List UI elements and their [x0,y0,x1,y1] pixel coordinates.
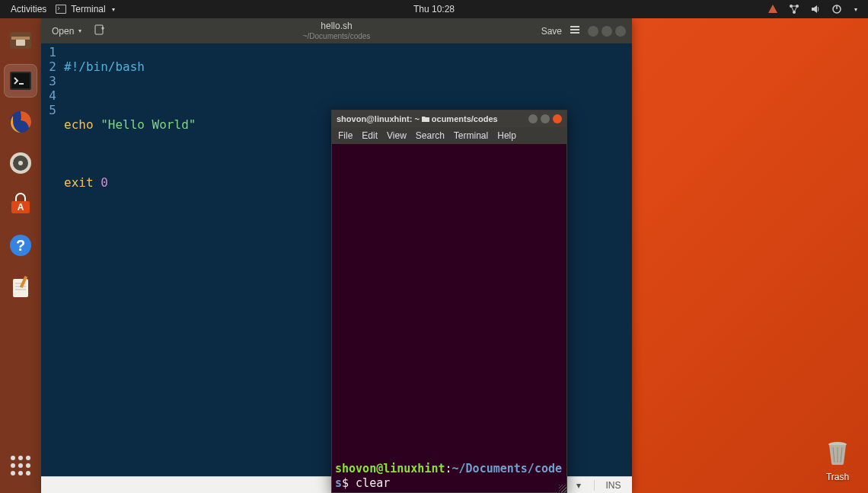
terminal-window-controls [528,114,562,123]
terminal-prompt-line: shovon@linuxhint:~/Documents/codes$ clea… [335,462,563,491]
svg-text:A: A [18,202,24,213]
gedit-filename: hello.sh [303,21,371,31]
statusbar-dropdown[interactable]: ▾ [563,480,594,491]
folder-icon [421,115,430,123]
hamburger-menu-button[interactable] [570,25,580,37]
menu-edit[interactable]: Edit [362,130,378,141]
power-icon[interactable] [831,4,842,14]
menu-view[interactable]: View [387,130,407,141]
trash-desktop-icon[interactable]: Trash [822,438,853,482]
save-button[interactable]: Save [541,26,562,37]
terminal-menubar: File Edit View Search Terminal Help [332,127,566,144]
terminal-icon[interactable] [4,64,37,98]
menu-terminal[interactable]: Terminal [454,130,488,141]
terminal-window: shovon@linuxhint: ~ ocuments/codes File … [331,110,567,493]
software-icon[interactable]: A [4,187,37,221]
menu-search[interactable]: Search [416,130,445,141]
code-line-3: echo "Hello World" [64,117,196,132]
menu-file[interactable]: File [338,130,353,141]
statusbar-insert-mode: INS [594,480,632,491]
close-button[interactable] [615,26,626,37]
chevron-down-icon: ▾ [78,27,81,34]
window-controls [588,26,626,37]
system-menu-chevron-icon[interactable]: ▾ [854,6,857,13]
code-line-2 [64,88,196,103]
help-icon[interactable]: ? [4,229,37,262]
warning-icon[interactable] [767,4,778,14]
resize-grip[interactable] [559,485,566,492]
svg-text:?: ? [16,237,25,254]
clock[interactable]: Thu 10:28 [413,4,455,14]
svg-rect-11 [11,73,30,88]
svg-rect-8 [11,37,30,40]
hamburger-icon [570,25,580,34]
terminal-minimize-button[interactable] [528,114,538,123]
open-label: Open [52,26,74,37]
terminal-title-prefix: shovon@linuxhint: ~ [337,114,420,123]
maximize-button[interactable] [602,26,612,37]
terminal-title-suffix: ocuments/codes [432,114,498,123]
network-icon[interactable] [789,4,799,14]
gedit-title: hello.sh ~/Documents/codes [303,21,371,40]
terminal-small-icon [56,5,66,14]
terminal-maximize-button[interactable] [541,114,550,123]
app-menu[interactable]: Terminal ▾ [56,4,114,14]
code-area[interactable]: #!/bin/bash echo "Hello World" exit 0 [59,43,200,476]
top-bar: Activities Terminal ▾ Thu 10:28 ▾ [0,0,868,18]
chevron-down-icon: ▾ [112,6,115,13]
terminal-close-button[interactable] [553,114,562,123]
svg-rect-9 [16,40,25,46]
rhythmbox-icon[interactable] [4,146,37,180]
volume-icon[interactable] [810,4,821,14]
app-menu-label: Terminal [71,4,105,14]
svg-rect-1 [56,5,65,13]
terminal-command: clear [356,476,390,490]
notes-icon[interactable] [4,270,37,303]
activities-button[interactable]: Activities [11,4,46,14]
svg-rect-30 [95,25,103,34]
files-icon[interactable] [4,23,37,56]
svg-point-16 [18,161,23,165]
code-line-5: exit 0 [64,175,196,190]
new-document-icon [94,24,106,35]
trash-icon [822,438,853,469]
trash-label: Trash [826,472,849,482]
open-button[interactable]: Open ▾ [47,24,86,38]
line-number-gutter: 1 2 3 4 5 [41,43,59,476]
menu-help[interactable]: Help [497,130,516,141]
launcher-dock: A ? [0,18,41,493]
gedit-filepath: ~/Documents/codes [303,32,371,40]
new-tab-button[interactable] [94,24,106,37]
svg-rect-21 [13,279,28,297]
code-line-4 [64,146,196,161]
show-applications-button[interactable] [4,449,37,482]
firefox-icon[interactable] [4,105,37,139]
minimize-button[interactable] [588,26,598,37]
gedit-headerbar: Open ▾ hello.sh ~/Documents/codes Save [41,18,632,43]
terminal-body[interactable]: shovon@linuxhint:~/Documents/codes$ clea… [332,144,566,492]
code-line-1: #!/bin/bash [64,59,145,74]
terminal-titlebar[interactable]: shovon@linuxhint: ~ ocuments/codes [332,110,566,127]
